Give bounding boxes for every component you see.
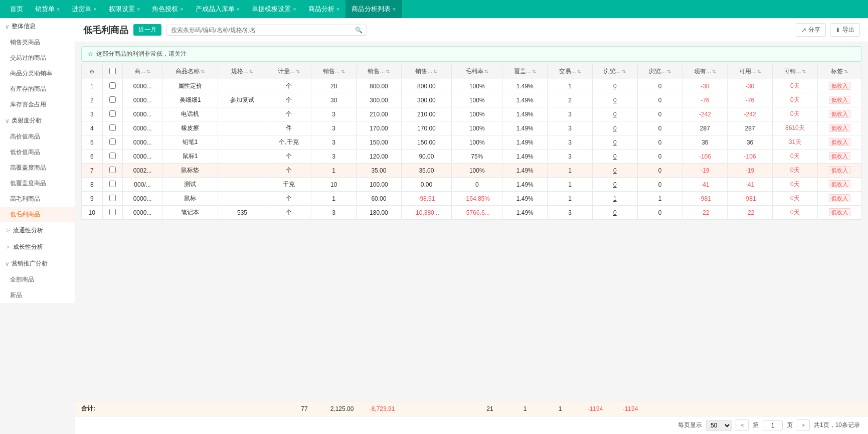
page-input[interactable] <box>763 420 783 430</box>
nav-close-icon[interactable]: × <box>393 6 396 12</box>
col-header-sales_price[interactable]: 销售...⇅ <box>357 64 402 79</box>
browse-link[interactable]: 0 <box>613 139 617 146</box>
browse-link[interactable]: 0 <box>613 167 617 174</box>
sidebar-item-新品[interactable]: 新品 <box>0 287 75 303</box>
col-header-tag[interactable]: 标签⇅ <box>817 64 861 79</box>
sort-icon[interactable]: ⇅ <box>577 69 581 74</box>
col-header-gross_margin[interactable]: 毛利率⇅ <box>452 64 502 79</box>
nav-item-首页[interactable]: 首页 <box>4 0 29 18</box>
nav-item-商品分析[interactable]: 商品分析× <box>302 0 345 18</box>
row-checkbox[interactable] <box>109 110 116 117</box>
row-checkbox[interactable] <box>109 181 116 187</box>
sidebar-item-高毛利商品[interactable]: 高毛利商品 <box>0 191 75 207</box>
sidebar-item-有库存的商品[interactable]: 有库存的商品 <box>0 81 75 97</box>
nav-item-单据模板设置[interactable]: 单据模板设置× <box>246 0 302 18</box>
search-input[interactable] <box>171 27 355 34</box>
nav-item-产成品入库单[interactable]: 产成品入库单× <box>190 0 246 18</box>
sort-icon[interactable]: ⇅ <box>484 69 488 74</box>
nav-close-icon[interactable]: × <box>57 6 60 12</box>
sidebar-item-销售类商品[interactable]: 销售类商品 <box>0 35 75 50</box>
sidebar-group-类射度分析[interactable]: ∨类射度分析 <box>0 112 75 129</box>
btn-share[interactable]: ↗ 分享 <box>796 23 826 37</box>
col-header-spec[interactable]: 规格...⇅ <box>218 64 266 79</box>
btn-export[interactable]: ⬇ 导出 <box>830 23 860 37</box>
col-header-available_stock[interactable]: 可用...⇅ <box>728 64 773 79</box>
sort-icon[interactable]: ⇅ <box>201 69 205 74</box>
sort-icon[interactable]: ⇅ <box>249 69 253 74</box>
col-header-name[interactable]: 商品名称⇅ <box>162 64 218 79</box>
sort-icon[interactable]: ⇅ <box>622 69 626 74</box>
col-header-trade[interactable]: 交易...⇅ <box>548 64 593 79</box>
next-page-btn[interactable]: ＞ <box>797 419 810 431</box>
sidebar-item-低价值商品[interactable]: 低价值商品 <box>0 144 75 160</box>
sidebar-group-营销推广分析[interactable]: ∨营销推广分析 <box>0 255 75 272</box>
nav-item-进货单[interactable]: 进货单× <box>66 0 102 18</box>
sort-icon[interactable]: ⇅ <box>712 69 716 74</box>
table-container[interactable]: ⚙商...⇅商品名称⇅规格...⇅计量...⇅销售...⇅销售...⇅销售...… <box>75 64 868 401</box>
sort-icon[interactable]: ⇅ <box>146 69 150 74</box>
browse-link[interactable]: 0 <box>613 111 617 118</box>
sort-icon[interactable]: ⇅ <box>296 69 300 74</box>
col-header-browse1[interactable]: 浏览...⇅ <box>592 64 637 79</box>
sidebar-group-整体信息[interactable]: ∨整体信息 <box>0 18 75 35</box>
sort-icon[interactable]: ⇅ <box>844 69 848 74</box>
per-page-select[interactable]: 50 100 200 <box>706 420 732 431</box>
col-header-code[interactable]: 商...⇅ <box>123 64 162 79</box>
nav-item-销货单[interactable]: 销货单× <box>29 0 66 18</box>
browse-link[interactable]: 0 <box>613 97 617 104</box>
col-header-current_stock[interactable]: 现有...⇅ <box>682 64 728 79</box>
row-checkbox[interactable] <box>109 82 116 89</box>
prev-page-btn[interactable]: ＜ <box>736 419 749 431</box>
select-all-checkbox[interactable] <box>109 68 116 74</box>
nav-close-icon[interactable]: × <box>336 6 339 12</box>
sidebar-group-流通性分析[interactable]: ＞流通性分析 <box>0 222 75 239</box>
row-checkbox[interactable] <box>109 209 116 215</box>
sort-icon[interactable]: ⇅ <box>532 69 536 74</box>
browse-link[interactable]: 0 <box>613 181 617 188</box>
sidebar-item-高覆盖度商品[interactable]: 高覆盖度商品 <box>0 160 75 176</box>
nav-close-icon[interactable]: × <box>137 6 140 12</box>
nav-item-角色授权[interactable]: 角色授权× <box>146 0 189 18</box>
settings-icon[interactable]: ⚙ <box>89 68 95 75</box>
sidebar-item-交易过的商品[interactable]: 交易过的商品 <box>0 50 75 66</box>
sidebar-group-成长性分析[interactable]: ＞成长性分析 <box>0 239 75 255</box>
sidebar-item-低毛利商品[interactable]: 低毛利商品 <box>0 207 75 222</box>
sort-icon[interactable]: ⇅ <box>433 69 437 74</box>
sidebar-item-库存资金占用[interactable]: 库存资金占用 <box>0 97 75 112</box>
col-header-browse2[interactable]: 浏览...⇅ <box>637 64 682 79</box>
sort-icon[interactable]: ⇅ <box>341 69 345 74</box>
nav-close-icon[interactable]: × <box>180 6 183 12</box>
nav-close-icon[interactable]: × <box>293 6 296 12</box>
row-checkbox[interactable] <box>109 96 116 103</box>
row-checkbox[interactable] <box>109 153 116 159</box>
sort-icon[interactable]: ⇅ <box>757 69 761 74</box>
col-header-sales_qty[interactable]: 销售...⇅ <box>311 64 357 79</box>
col-header-sales_amount[interactable]: 销售...⇅ <box>401 64 451 79</box>
cell-available_stock: -41 <box>728 178 773 192</box>
col-header-unit[interactable]: 计量...⇅ <box>266 64 311 79</box>
col-header-sellable_days[interactable]: 可销...⇅ <box>773 64 818 79</box>
row-checkbox[interactable] <box>109 195 116 201</box>
row-checkbox[interactable] <box>109 124 116 131</box>
sort-icon[interactable]: ⇅ <box>386 69 390 74</box>
browse-link[interactable]: 1 <box>613 195 617 202</box>
btn-recent[interactable]: 近一月 <box>133 24 161 36</box>
browse-link[interactable]: 0 <box>613 83 617 90</box>
sidebar-item-高价值商品[interactable]: 高价值商品 <box>0 129 75 144</box>
browse-link[interactable]: 0 <box>613 153 617 160</box>
browse-link[interactable]: 0 <box>613 125 617 132</box>
nav-close-icon[interactable]: × <box>93 6 96 12</box>
sidebar-item-商品分类助销率[interactable]: 商品分类助销率 <box>0 66 75 81</box>
row-checkbox[interactable] <box>109 138 116 145</box>
col-header-coverage[interactable]: 覆盖...⇅ <box>502 64 548 79</box>
row-checkbox[interactable] <box>109 167 116 173</box>
nav-item-商品分析列表[interactable]: 商品分析列表× <box>345 0 402 18</box>
search-icon[interactable]: 🔍 <box>355 27 363 34</box>
sort-icon[interactable]: ⇅ <box>802 69 806 74</box>
nav-item-权限设置[interactable]: 权限设置× <box>103 0 146 18</box>
nav-close-icon[interactable]: × <box>237 6 240 12</box>
browse-link[interactable]: 0 <box>613 209 617 216</box>
sidebar-item-全部商品[interactable]: 全部商品 <box>0 272 75 287</box>
sort-icon[interactable]: ⇅ <box>667 69 671 74</box>
sidebar-item-低覆盖度商品[interactable]: 低覆盖度商品 <box>0 176 75 191</box>
